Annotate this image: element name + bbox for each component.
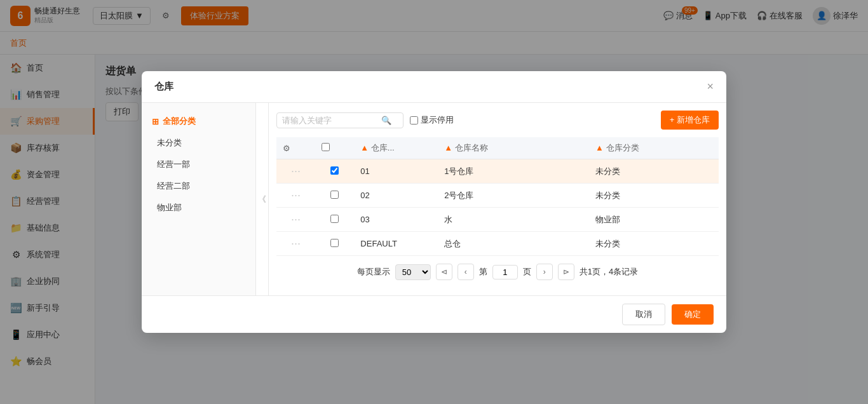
per-page-label: 每页显示	[357, 266, 390, 278]
row-actions: ···	[276, 184, 315, 208]
category-panel: ⊞ 全部分类 未分类 经营一部 经营二部 物业部	[142, 103, 256, 295]
row-category: 未分类	[589, 159, 719, 184]
table-panel: 🔍 显示停用 + 新增仓库 ⚙ ▲	[269, 103, 726, 295]
table-row[interactable]: ··· 03 水 物业部	[276, 208, 719, 232]
page-number-input[interactable]	[492, 265, 518, 279]
show-disabled-label[interactable]: 显示停用	[410, 114, 454, 126]
panel-collapse-button[interactable]: 《	[256, 103, 269, 295]
th-sort: ▲ 仓库...	[354, 137, 438, 159]
category-item-unclassified[interactable]: 未分类	[142, 132, 255, 154]
row-name: 2号仓库	[438, 184, 589, 208]
page-label: 第	[479, 266, 487, 278]
category-item-ops2[interactable]: 经营二部	[142, 175, 255, 197]
name-sort-icon: ▲	[444, 143, 452, 152]
table-row[interactable]: ··· 01 1号仓库 未分类	[276, 159, 719, 184]
row-checkbox[interactable]	[330, 191, 339, 199]
row-sort: 02	[354, 184, 438, 208]
page-first-button[interactable]: ⊲	[436, 264, 452, 280]
row-checkbox-cell	[315, 159, 354, 184]
show-disabled-text: 显示停用	[421, 114, 454, 126]
th-gear: ⚙	[276, 137, 315, 159]
modal-body: ⊞ 全部分类 未分类 经营一部 经营二部 物业部 《 🔍	[142, 103, 726, 295]
pagination: 每页显示 50 10 20 100 ⊲ ‹ 第 页 › ⊳ 共1页，4条记录	[276, 256, 719, 288]
all-category-label: 全部分类	[163, 116, 196, 127]
table-header-row: ⚙ ▲ 仓库... ▲ 仓库名称 ▲	[276, 137, 719, 159]
show-disabled-checkbox[interactable]	[410, 116, 418, 125]
row-category: 物业部	[589, 208, 719, 232]
add-warehouse-button[interactable]: + 新增仓库	[661, 111, 719, 130]
row-name: 水	[438, 208, 589, 232]
th-name: ▲ 仓库名称	[438, 137, 589, 159]
page-next-button[interactable]: ›	[536, 264, 553, 280]
th-check	[315, 137, 354, 159]
row-name: 1号仓库	[438, 159, 589, 184]
row-name: 总仓	[438, 232, 589, 256]
row-dots-icon[interactable]: ···	[291, 165, 301, 177]
row-dots-icon[interactable]: ···	[291, 189, 301, 201]
cat-sort-icon: ▲	[595, 143, 604, 152]
all-category[interactable]: ⊞ 全部分类	[142, 111, 255, 132]
grid-icon: ⊞	[152, 117, 159, 126]
row-actions: ···	[276, 232, 315, 256]
row-category: 未分类	[589, 232, 719, 256]
per-page-select[interactable]: 50 10 20 100	[395, 264, 431, 280]
modal-overlay: 仓库 × ⊞ 全部分类 未分类 经营一部 经营二部 物业部 《	[0, 0, 868, 404]
page-last-button[interactable]: ⊳	[558, 264, 574, 280]
row-actions: ···	[276, 208, 315, 232]
modal-close-button[interactable]: ×	[707, 80, 714, 93]
gear-icon-header: ⚙	[283, 144, 290, 153]
row-category: 未分类	[589, 184, 719, 208]
page-suffix: 页	[523, 266, 531, 278]
category-item-property[interactable]: 物业部	[142, 197, 255, 219]
row-checkbox[interactable]	[330, 166, 339, 175]
row-sort: 03	[354, 208, 438, 232]
cancel-button[interactable]: 取消	[622, 304, 665, 325]
table-toolbar: 🔍 显示停用 + 新增仓库	[276, 111, 719, 130]
row-checkbox[interactable]	[330, 215, 339, 223]
row-checkbox-cell	[315, 208, 354, 232]
page-prev-button[interactable]: ‹	[458, 264, 474, 280]
row-checkbox[interactable]	[330, 239, 339, 247]
modal-footer: 取消 确定	[142, 295, 726, 333]
row-sort: 01	[354, 159, 438, 184]
row-sort: DEFAULT	[354, 232, 438, 256]
th-category: ▲ 仓库分类	[589, 137, 719, 159]
confirm-button[interactable]: 确定	[672, 304, 714, 325]
search-input[interactable]	[282, 116, 377, 125]
table-row[interactable]: ··· 02 2号仓库 未分类	[276, 184, 719, 208]
page-summary: 共1页，4条记录	[580, 266, 638, 278]
table-row[interactable]: ··· DEFAULT 总仓 未分类	[276, 232, 719, 256]
category-item-ops1[interactable]: 经营一部	[142, 154, 255, 175]
search-box: 🔍	[276, 112, 403, 128]
sort-icon: ▲	[360, 143, 369, 152]
row-actions: ···	[276, 159, 315, 184]
row-checkbox-cell	[315, 232, 354, 256]
row-checkbox-cell	[315, 184, 354, 208]
warehouse-modal: 仓库 × ⊞ 全部分类 未分类 经营一部 经营二部 物业部 《	[142, 71, 726, 333]
modal-header: 仓库 ×	[142, 71, 726, 103]
search-icon: 🔍	[381, 116, 391, 125]
row-dots-icon[interactable]: ···	[291, 237, 301, 250]
modal-title: 仓库	[154, 81, 173, 93]
row-dots-icon[interactable]: ···	[291, 213, 301, 226]
warehouse-table: ⚙ ▲ 仓库... ▲ 仓库名称 ▲	[276, 137, 719, 256]
select-all-checkbox[interactable]	[322, 143, 330, 151]
